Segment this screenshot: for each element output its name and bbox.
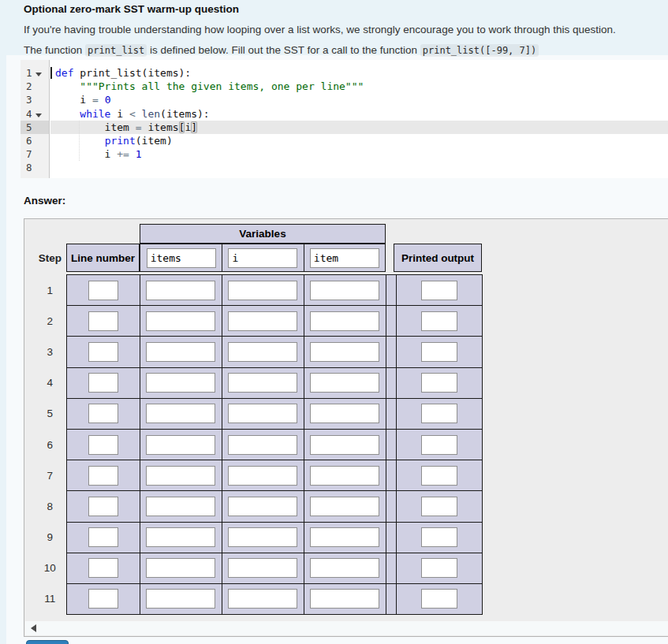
line-number-input[interactable] xyxy=(88,311,118,331)
variable-input-items[interactable] xyxy=(146,435,215,455)
variable-input-i[interactable] xyxy=(228,311,297,331)
variable-input-item[interactable] xyxy=(310,558,379,578)
fold-down-icon[interactable] xyxy=(35,114,42,117)
line-number-input[interactable] xyxy=(88,435,118,455)
printed-output-input[interactable] xyxy=(421,589,457,609)
variable-input-item[interactable] xyxy=(310,311,379,331)
line-number-input[interactable] xyxy=(88,466,118,486)
line-number-input[interactable] xyxy=(88,342,118,362)
printed-output-input[interactable] xyxy=(421,311,457,331)
variable-input-items[interactable] xyxy=(146,404,215,423)
variable-input-i[interactable] xyxy=(228,558,297,578)
printed-output-input[interactable] xyxy=(421,497,457,516)
gutter-line-number: 5 xyxy=(26,121,32,133)
page-title: Optional zero-mark SST warm-up question xyxy=(24,3,239,15)
printed-output-input[interactable] xyxy=(421,281,457,300)
variable-input-i[interactable] xyxy=(228,404,297,423)
variable-input-items[interactable] xyxy=(146,342,215,362)
editor-code-area[interactable]: def print_list(items): """Prints all the… xyxy=(50,60,668,178)
variable-input-i[interactable] xyxy=(228,281,297,300)
variable-input-item[interactable] xyxy=(310,281,379,300)
variable-input-items[interactable] xyxy=(146,497,215,516)
code-line: item = items[i] xyxy=(50,121,668,134)
variable-input-item[interactable] xyxy=(310,404,379,423)
editor-gutter: 12345678 xyxy=(21,60,50,178)
variable-cell xyxy=(222,367,304,398)
printed-output-input[interactable] xyxy=(421,373,457,393)
table-row: 2 xyxy=(34,306,482,337)
variable-cell xyxy=(140,306,222,337)
line-number-input[interactable] xyxy=(88,527,118,547)
variable-cell xyxy=(222,337,304,367)
variable-input-items[interactable] xyxy=(146,558,215,578)
gutter-line-number: 6 xyxy=(26,135,32,147)
variable-name-input-items[interactable] xyxy=(147,248,216,268)
fold-down-icon[interactable] xyxy=(35,73,42,76)
variable-cell xyxy=(304,398,386,429)
variable-input-i[interactable] xyxy=(228,589,297,609)
variable-input-item[interactable] xyxy=(310,435,379,455)
code-token: < xyxy=(129,108,136,120)
printed-output-cell xyxy=(396,306,482,337)
spacer-cell xyxy=(386,429,396,460)
variable-input-item[interactable] xyxy=(310,497,379,516)
task-text: is defined below. Fill out the SST for a… xyxy=(147,44,420,56)
spacer-cell xyxy=(386,460,396,491)
step-label: 6 xyxy=(34,429,66,460)
printed-output-input[interactable] xyxy=(421,527,457,547)
variable-input-i[interactable] xyxy=(228,497,297,516)
variable-cell xyxy=(140,553,222,583)
code-token xyxy=(136,108,142,120)
task-text: The function xyxy=(24,44,85,56)
printed-output-input[interactable] xyxy=(421,466,457,486)
variable-input-i[interactable] xyxy=(228,527,297,547)
printed-output-input[interactable] xyxy=(421,342,457,362)
submit-button[interactable] xyxy=(26,640,69,644)
code-editor[interactable]: 12345678 def print_list(items): """Print… xyxy=(21,60,668,178)
printed-output-input[interactable] xyxy=(421,435,457,455)
line-number-input[interactable] xyxy=(88,404,118,423)
horizontal-scrollbar[interactable] xyxy=(25,621,668,635)
variable-input-i[interactable] xyxy=(228,435,297,455)
variable-cell xyxy=(140,429,222,460)
line-number-cell xyxy=(66,583,140,614)
variable-input-item[interactable] xyxy=(310,466,379,486)
variable-input-items[interactable] xyxy=(146,311,215,331)
variable-cell xyxy=(140,398,222,429)
step-label: 7 xyxy=(34,460,66,491)
variable-input-i[interactable] xyxy=(228,466,297,486)
scroll-left-icon[interactable] xyxy=(31,624,36,632)
step-header: Step xyxy=(34,244,66,272)
variable-input-item[interactable] xyxy=(310,527,379,547)
code-token: ] xyxy=(191,121,197,133)
variable-input-items[interactable] xyxy=(146,527,215,547)
variable-name-input-item[interactable] xyxy=(310,248,379,268)
line-number-input[interactable] xyxy=(88,281,118,300)
variable-input-item[interactable] xyxy=(310,342,379,362)
step-label: 1 xyxy=(34,275,66,306)
variable-input-i[interactable] xyxy=(228,373,297,393)
variable-input-item[interactable] xyxy=(310,373,379,393)
printed-output-input[interactable] xyxy=(421,404,457,423)
variable-input-i[interactable] xyxy=(228,342,297,362)
code-token: (item) xyxy=(136,135,173,147)
variable-cell xyxy=(222,306,304,337)
variable-input-items[interactable] xyxy=(146,281,215,300)
variable-input-items[interactable] xyxy=(146,373,215,393)
variable-name-input-i[interactable] xyxy=(228,248,297,268)
line-number-gutter-cell: 8 xyxy=(21,161,49,174)
variable-cell xyxy=(140,275,222,306)
spacer-cell xyxy=(386,522,396,553)
variable-input-items[interactable] xyxy=(146,589,215,609)
printed-output-input[interactable] xyxy=(421,558,457,578)
line-number-input[interactable] xyxy=(88,373,118,393)
variable-cell xyxy=(222,275,304,306)
line-number-gutter-cell: 3 xyxy=(21,93,49,106)
code-line: while i < len(items): xyxy=(50,107,668,121)
variable-input-items[interactable] xyxy=(146,466,215,486)
line-number-input[interactable] xyxy=(88,497,118,516)
inline-code-function-name: print_list xyxy=(85,44,147,57)
variable-input-item[interactable] xyxy=(310,589,379,609)
line-number-input[interactable] xyxy=(88,589,118,609)
line-number-input[interactable] xyxy=(88,558,118,578)
